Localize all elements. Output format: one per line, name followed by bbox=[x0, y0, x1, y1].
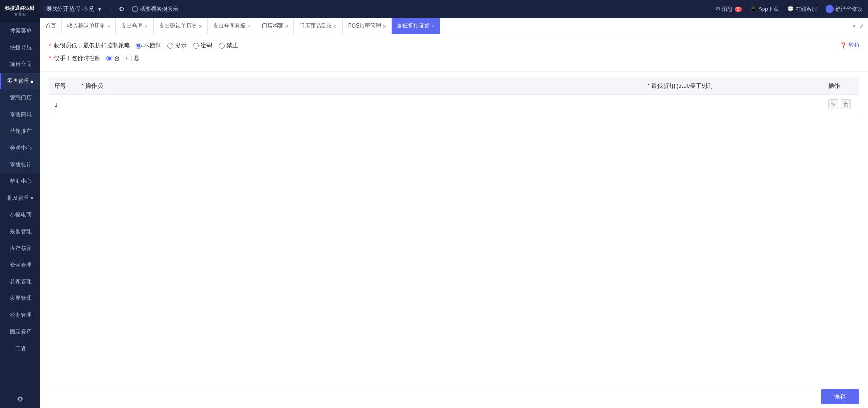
radio-password[interactable]: 密码 bbox=[193, 42, 212, 50]
expand-icon[interactable]: ⤢ bbox=[859, 23, 864, 29]
tab-payment-view[interactable]: 支出合同看板 × bbox=[208, 18, 256, 34]
tab-payment-contract[interactable]: 支出合同 × bbox=[116, 18, 153, 34]
sidebar-item-marketing[interactable]: 营销推广 bbox=[0, 123, 40, 140]
payroll-label: 工资 bbox=[15, 345, 26, 352]
sidebar-item-fixed-assets[interactable]: 固定资产 bbox=[0, 324, 40, 340]
sidebar-item-tax-manage[interactable]: 税务管理 bbox=[0, 307, 40, 324]
app-download-button[interactable]: 📱 App下载 bbox=[750, 5, 779, 13]
sidebar-item-smart-store[interactable]: 智慧门店 bbox=[0, 89, 40, 106]
sidebar-item-search[interactable]: 搜索菜单 bbox=[0, 23, 40, 39]
radio-yes[interactable]: 是 bbox=[126, 54, 140, 62]
help-button[interactable]: ❓ 帮助 bbox=[840, 42, 859, 49]
tabs-bar: 首页 收入确认单历史 × 支出合同 × 支出确认单历史 × 支出合同看板 × 门… bbox=[40, 18, 868, 34]
tab-min-discount[interactable]: 最低折扣设置 × bbox=[392, 18, 440, 34]
action-buttons: ✎ 🗑 bbox=[828, 99, 854, 109]
tab-store-products-close[interactable]: × bbox=[334, 23, 336, 29]
radio-forbid[interactable]: 禁止 bbox=[219, 42, 238, 50]
fund-manage-label: 资金管理 bbox=[10, 261, 32, 269]
sidebar-item-fund-manage[interactable]: 资金管理 bbox=[0, 257, 40, 273]
account-manage-label: 总账管理 bbox=[10, 278, 32, 286]
tab-payment-view-close[interactable]: × bbox=[247, 23, 250, 29]
tab-payment-confirm-close[interactable]: × bbox=[199, 23, 202, 29]
sidebar-item-account-manage[interactable]: 总账管理 bbox=[0, 273, 40, 290]
project-selector[interactable]: 测试分开范程-小兄 ▼ bbox=[45, 5, 103, 13]
topbar-divider: | bbox=[110, 6, 111, 13]
wholesale-manage-label: 批发管理 bbox=[7, 194, 29, 202]
tab-pos-password-close[interactable]: × bbox=[383, 23, 386, 29]
radio-no-control[interactable]: 不控制 bbox=[136, 42, 161, 50]
sidebar-item-invoice-manage[interactable]: 发票管理 bbox=[0, 290, 40, 307]
radio-yes-input[interactable] bbox=[126, 56, 132, 61]
discount-policy-options: 不控制 提示 密码 禁止 bbox=[136, 42, 238, 50]
tab-store-file-close[interactable]: × bbox=[285, 23, 288, 29]
radio-remind-input[interactable] bbox=[167, 43, 173, 49]
col-header-min-discount: * 最低折扣 (9.00等于9折) bbox=[642, 77, 823, 95]
logo-sub: 专业版 bbox=[14, 12, 26, 18]
sidebar-item-inventory[interactable]: 库存核算 bbox=[0, 240, 40, 257]
radio-no[interactable]: 否 bbox=[106, 54, 120, 62]
radio-no-control-label: 不控制 bbox=[143, 42, 161, 50]
support-icon: 💬 bbox=[787, 6, 794, 12]
tab-store-products[interactable]: 门店商品目录 × bbox=[294, 18, 342, 34]
purchase-manage-label: 采购管理 bbox=[10, 228, 32, 235]
sidebar-item-member-center[interactable]: 会员中心 bbox=[0, 140, 40, 156]
user-name-label: 徐泽华修改 bbox=[835, 5, 863, 13]
radio-password-label: 密码 bbox=[201, 42, 212, 50]
radio-forbid-input[interactable] bbox=[219, 43, 225, 49]
tab-pos-password[interactable]: POS加密管理 × bbox=[343, 18, 392, 34]
tab-income-confirm-close[interactable]: × bbox=[107, 23, 110, 29]
sidebar-item-payroll[interactable]: 工资 bbox=[0, 340, 40, 357]
col-header-operator: * 操作员 bbox=[76, 77, 642, 95]
project-dropdown-icon: ▼ bbox=[97, 6, 103, 13]
discount-policy-row: * 收银员低于最低折扣控制策略 不控制 提示 bbox=[49, 42, 859, 50]
messages-button[interactable]: ✉ 消息 8 bbox=[716, 5, 742, 13]
content-panel: ❓ 帮助 * 收银员低于最低折扣控制策略 不控制 bbox=[40, 34, 868, 408]
quick-nav-label: 快捷导航 bbox=[10, 44, 32, 52]
sidebar-item-help-center[interactable]: 帮助中心 bbox=[0, 173, 40, 190]
sidebar-settings-button[interactable]: ⚙ bbox=[0, 390, 40, 408]
edit-row-button[interactable]: ✎ bbox=[828, 99, 838, 109]
sidebar-item-retail-stats[interactable]: 零售统计 bbox=[0, 156, 40, 173]
invoice-manage-label: 发票管理 bbox=[10, 295, 32, 302]
tab-home[interactable]: 首页 bbox=[40, 18, 62, 34]
radio-no-control-input[interactable] bbox=[136, 43, 142, 49]
online-support-button[interactable]: 💬 在线客服 bbox=[787, 5, 817, 13]
tab-min-discount-close[interactable]: × bbox=[431, 23, 434, 29]
topbar-settings-button[interactable]: ⚙ bbox=[119, 5, 125, 13]
smart-store-label: 智慧门店 bbox=[10, 94, 32, 102]
radio-yes-label: 是 bbox=[134, 54, 140, 62]
user-button[interactable]: 徐泽华修改 bbox=[826, 5, 863, 13]
manual-price-control-row: * 仅手工改价时控制 否 是 bbox=[49, 54, 859, 62]
radio-forbid-label: 禁止 bbox=[226, 42, 238, 50]
sidebar-item-retail-manage[interactable]: 零售管理 ▲ bbox=[0, 73, 40, 89]
tab-store-file[interactable]: 门店档案 × bbox=[256, 18, 294, 34]
sidebar-item-quick-nav[interactable]: 快捷导航 bbox=[0, 39, 40, 56]
online-support-label: 在线客服 bbox=[796, 5, 817, 13]
save-button[interactable]: 保存 bbox=[821, 389, 859, 404]
project-contract-label: 项目合同 bbox=[10, 61, 32, 68]
sidebar-item-retail-mall[interactable]: 零售商城 bbox=[0, 106, 40, 123]
retail-stats-label: 零售统计 bbox=[10, 161, 32, 169]
demo-circle-icon bbox=[132, 6, 138, 12]
discount-table: 序号 * 操作员 * 最低折扣 (9.00等于9折) 操作 bbox=[49, 77, 859, 114]
radio-password-input[interactable] bbox=[193, 43, 199, 49]
demo-link[interactable]: 我要看实例演示 bbox=[132, 5, 178, 13]
sidebar-item-wholesale-manage[interactable]: 批发管理 ▼ bbox=[0, 190, 40, 206]
tab-income-confirm[interactable]: 收入确认单历史 × bbox=[62, 18, 116, 34]
radio-remind[interactable]: 提示 bbox=[167, 42, 187, 50]
sidebar-item-project-contract[interactable]: 项目合同 bbox=[0, 56, 40, 73]
radio-no-input[interactable] bbox=[106, 56, 112, 61]
retail-manage-label: 零售管理 bbox=[7, 77, 29, 85]
table-row: 1 ✎ bbox=[49, 95, 859, 114]
close-tab-icon[interactable]: × bbox=[852, 23, 856, 29]
table-body: 1 ✎ bbox=[49, 95, 859, 114]
sidebar-item-purchase-manage[interactable]: 采购管理 bbox=[0, 223, 40, 240]
retail-manage-arrow-icon: ▲ bbox=[30, 79, 34, 84]
tab-income-confirm-label: 收入确认单历史 bbox=[67, 22, 105, 30]
tab-payment-confirm[interactable]: 支出确认单历史 × bbox=[154, 18, 208, 34]
tab-payment-contract-close[interactable]: × bbox=[145, 23, 147, 29]
app-download-icon: 📱 bbox=[750, 6, 757, 12]
sidebar: 畅捷通好业财 专业版 搜索菜单 快捷导航 项目合同 零售管理 ▲ 智慧门店 零售… bbox=[0, 0, 40, 408]
delete-row-button[interactable]: 🗑 bbox=[841, 99, 851, 109]
sidebar-item-ecommerce[interactable]: 小畅电商 bbox=[0, 206, 40, 223]
